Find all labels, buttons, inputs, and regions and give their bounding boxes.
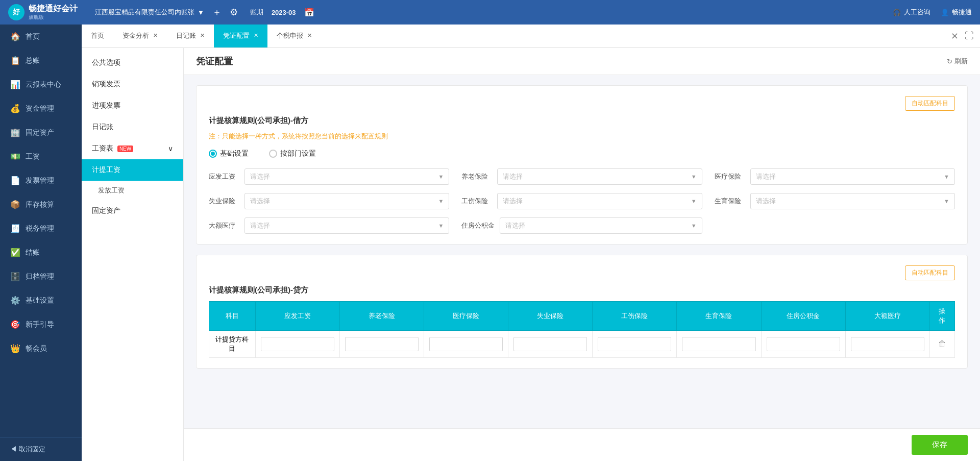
archive-icon: 🗄️ <box>10 272 20 281</box>
nav-journal-label: 日记账 <box>92 123 113 132</box>
credit-auto-match-button[interactable]: 自动匹配科目 <box>905 265 955 280</box>
tab-tax[interactable]: 个税申报 ✕ <box>267 25 321 47</box>
tab-home[interactable]: 首页 <box>82 25 113 47</box>
select-maternity[interactable]: 请选择 ▼ <box>750 193 955 209</box>
page-content: 公共选项 销项发票 进项发票 日记账 工资表 NEW ∨ 计提工资 <box>82 48 980 461</box>
nav-payroll-table[interactable]: 工资表 NEW ∨ <box>82 138 183 159</box>
select-housing-fund[interactable]: 请选择 ▼ <box>500 217 702 234</box>
settings-button[interactable]: ⚙ <box>230 7 238 18</box>
field-unemployment: 失业保险 请选择 ▼ <box>209 193 449 209</box>
scroll-content[interactable]: 自动匹配科目 计提核算规则(公司承担)-借方 注：只能选择一种方式，系统将按照您… <box>184 75 980 428</box>
nav-payroll-accrual[interactable]: 计提工资 <box>82 159 183 181</box>
report-icon: 📊 <box>10 80 20 89</box>
nav-journal[interactable]: 日记账 <box>82 116 183 138</box>
tab-tax-close[interactable]: ✕ <box>307 32 312 39</box>
cancel-fixed-btn[interactable]: ◀ 取消固定 <box>0 437 82 461</box>
select-pension[interactable]: 请选择 ▼ <box>497 168 702 185</box>
radio-basic[interactable]: 基础设置 <box>209 149 249 158</box>
main-layout: 🏠 首页 📋 总账 📊 云报表中心 💰 资金管理 🏢 固定资产 💵 工资 📄 发… <box>0 25 980 461</box>
company-selector[interactable]: 江西服宝精品有限责任公司内账张 ▼ <box>95 8 204 17</box>
tab-expand-btn[interactable]: ⛶ <box>965 31 974 41</box>
tab-bar: 首页 资金分析 ✕ 日记账 ✕ 凭证配置 ✕ 个税申报 ✕ ✕ ⛶ <box>82 25 980 48</box>
nav-payroll-issue[interactable]: 发放工资 <box>82 181 183 200</box>
label-injury: 工伤保险 <box>461 197 492 206</box>
input-housing[interactable] <box>767 337 840 351</box>
nav-fixed-assets[interactable]: 固定资产 <box>82 200 183 222</box>
sidebar-item-vip[interactable]: 👑 畅会员 <box>0 336 82 360</box>
select-big-medical[interactable]: 请选择 ▼ <box>244 217 449 234</box>
nav-sales-invoice[interactable]: 销项发票 <box>82 74 183 95</box>
add-button[interactable]: ＋ <box>212 6 222 18</box>
td-injury <box>593 331 677 358</box>
save-button[interactable]: 保存 <box>912 435 968 455</box>
input-bigmedical[interactable] <box>851 337 924 351</box>
sidebar-item-report[interactable]: 📊 云报表中心 <box>0 72 82 96</box>
refresh-icon: ↻ <box>947 58 952 65</box>
select-big-medical-placeholder: 请选择 <box>250 221 270 230</box>
tab-journal-close[interactable]: ✕ <box>200 32 205 39</box>
sidebar-item-invoice[interactable]: 📄 发票管理 <box>0 168 82 192</box>
select-injury[interactable]: 请选择 ▼ <box>497 193 702 209</box>
th-maternity: 生育保险 <box>677 302 761 331</box>
input-injury[interactable] <box>598 337 671 351</box>
nav-purchase-invoice[interactable]: 进项发票 <box>82 95 183 116</box>
tab-journal[interactable]: 日记账 ✕ <box>167 25 214 47</box>
tab-close-btn[interactable]: ✕ <box>951 31 959 42</box>
sidebar-item-home[interactable]: 🏠 首页 <box>0 25 82 48</box>
sidebar-item-close[interactable]: ✅ 结账 <box>0 240 82 264</box>
label-big-medical: 大额医疗 <box>209 221 239 230</box>
support-item[interactable]: 🎧 人工咨询 <box>893 8 930 17</box>
sidebar-item-assets[interactable]: 🏢 固定资产 <box>0 120 82 144</box>
bottom-bar: 保存 <box>184 428 980 461</box>
select-unemployment[interactable]: 请选择 ▼ <box>244 193 449 209</box>
sidebar-item-finance[interactable]: 💰 资金管理 <box>0 96 82 120</box>
select-medical-arrow: ▼ <box>944 174 949 180</box>
logo-area: 好 畅捷通好会计 旗舰版 <box>8 4 90 20</box>
calendar-icon[interactable]: 📅 <box>304 8 314 17</box>
tab-voucher-close[interactable]: ✕ <box>254 32 258 39</box>
input-unemployment[interactable] <box>513 337 587 351</box>
sidebar-item-guide[interactable]: 🎯 新手引导 <box>0 312 82 336</box>
tab-voucher-label: 凭证配置 <box>223 31 250 40</box>
delete-row-button[interactable]: 🗑 <box>938 339 946 349</box>
sidebar-item-inventory[interactable]: 📦 库存核算 <box>0 192 82 216</box>
radio-basic-label: 基础设置 <box>220 149 249 158</box>
sidebar-label-salary: 工资 <box>26 152 40 161</box>
select-medical-placeholder: 请选择 <box>756 172 776 181</box>
tab-finance-close[interactable]: ✕ <box>153 32 158 39</box>
debit-auto-match-button[interactable]: 自动匹配科目 <box>905 96 955 111</box>
radio-department[interactable]: 按部门设置 <box>269 149 316 158</box>
close-period-icon: ✅ <box>10 248 20 257</box>
select-gross-salary[interactable]: 请选择 ▼ <box>244 168 449 185</box>
label-medical: 医疗保险 <box>715 172 745 181</box>
nav-public[interactable]: 公共选项 <box>82 52 183 74</box>
input-maternity[interactable] <box>682 337 755 351</box>
sidebar-item-settings[interactable]: ⚙️ 基础设置 <box>0 288 82 312</box>
tab-finance-label: 资金分析 <box>122 31 149 40</box>
refresh-button[interactable]: ↻ 刷新 <box>947 57 968 66</box>
nav-payroll-accrual-label: 计提工资 <box>92 165 120 175</box>
sidebar-item-salary[interactable]: 💵 工资 <box>0 144 82 168</box>
th-medical: 医疗保险 <box>424 302 508 331</box>
select-unemployment-arrow: ▼ <box>438 198 444 204</box>
select-medical[interactable]: 请选择 ▼ <box>750 168 955 185</box>
input-medical[interactable] <box>429 337 503 351</box>
sidebar-item-archive[interactable]: 🗄️ 归档管理 <box>0 264 82 288</box>
sidebar-item-ledger[interactable]: 📋 总账 <box>0 48 82 72</box>
tab-finance[interactable]: 资金分析 ✕ <box>113 25 167 47</box>
input-pension[interactable] <box>345 337 419 351</box>
select-unemployment-placeholder: 请选择 <box>250 197 270 206</box>
tab-voucher[interactable]: 凭证配置 ✕ <box>214 25 267 47</box>
input-gross[interactable] <box>261 337 334 351</box>
invoice-icon: 📄 <box>10 176 20 185</box>
td-row-label: 计提贷方科目 <box>209 331 256 358</box>
home-icon: 🏠 <box>10 32 20 41</box>
sidebar-label-invoice: 发票管理 <box>26 176 54 185</box>
sidebar-label-home: 首页 <box>26 32 40 41</box>
sidebar-item-tax[interactable]: 🧾 税务管理 <box>0 216 82 240</box>
user-item[interactable]: 👤 畅捷通 <box>941 8 972 17</box>
field-pension: 养老保险 请选择 ▼ <box>461 168 702 185</box>
select-big-medical-arrow: ▼ <box>438 223 444 229</box>
table-row: 计提贷方科目 🗑 <box>209 331 955 358</box>
page-title: 凭证配置 <box>196 55 233 67</box>
